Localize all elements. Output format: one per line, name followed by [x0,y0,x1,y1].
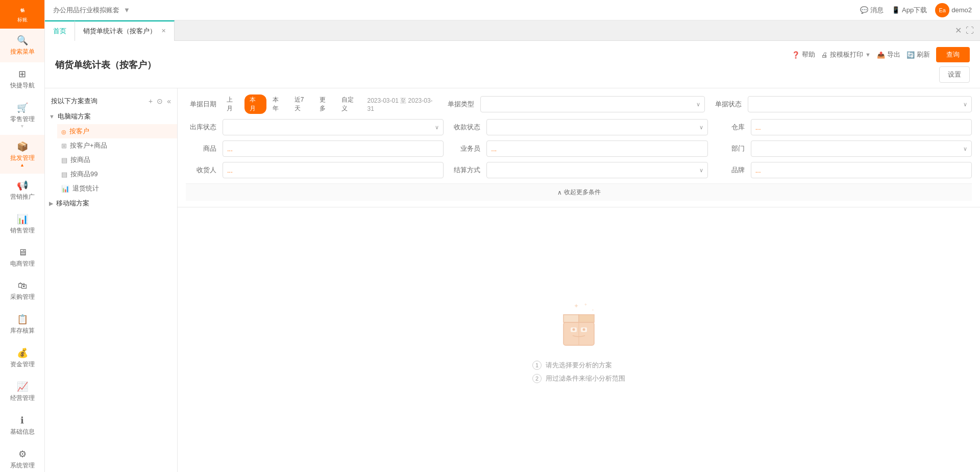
brand-input[interactable]: ... [751,162,972,178]
hint-num-1: 1 [532,361,542,370]
date-tab-custom[interactable]: 自定义 [337,95,363,114]
tree-by-customer-label: 按客户 [69,127,89,136]
export-button[interactable]: 📤 导出 [877,50,900,59]
tab-sales-label: 销货单统计表（按客户） [83,27,156,36]
tree-item-by-goods[interactable]: ▤ 按商品 [57,153,177,167]
empty-hint-2-text: 用过滤条件来缩小分析范围 [546,374,625,383]
ecommerce-icon: 🖥 [18,247,27,258]
sidebar-system-label: 系统管理 [10,461,35,470]
date-tab-more[interactable]: 更多 [315,95,335,114]
sidebar-item-purchase[interactable]: 🛍 采购管理 [0,274,44,308]
sidebar-item-marketing[interactable]: 📢 营销推广 [0,174,44,207]
date-range: 2023-03-01 至 2023-03-31 [367,97,437,112]
help-button[interactable]: ❓ 帮助 [792,50,815,59]
content-area: 按以下方案查询 + ⊙ « ▼ 电脑端方案 ◎ [45,88,980,472]
settings-scheme-icon[interactable]: ⊙ [157,97,163,105]
sidebar-item-search[interactable]: 🔍 搜索菜单 [0,29,44,62]
tree-pc-section[interactable]: ▼ 电脑端方案 [45,109,177,124]
date-tab-lastmonth[interactable]: 上月 [223,95,242,114]
sidebar-item-ecommerce[interactable]: 🖥 电商管理 [0,241,44,274]
collapse-bar[interactable]: ∧ 收起更多条件 [186,183,972,201]
sidebar-item-system[interactable]: ⚙ 系统管理 [0,442,44,472]
collapse-scheme-icon[interactable]: « [167,97,171,105]
user-item[interactable]: Ea demo2 [935,3,972,17]
tab-close-all-icon[interactable]: ✕ [955,26,962,35]
out-status-input[interactable]: ∨ [223,119,444,135]
export-label: 导出 [887,50,900,59]
tree-item-return-stat[interactable]: 📊 退货统计 [57,181,177,196]
sidebar-operations-label: 经营管理 [10,394,35,403]
page-header: 销货单统计表（按客户） ❓ 帮助 🖨 按模板打印 ▼ [45,41,980,88]
goods-dots: ... [227,145,233,153]
receipt-status-dropdown-icon: ∨ [699,124,703,131]
empty-state: ✦ ✦ ✦ [178,207,980,472]
table-icon: ▤ [61,156,67,164]
order-status-dropdown-icon: ∨ [963,101,967,108]
refresh-button[interactable]: 🔄 刷新 [906,50,930,59]
sidebar-item-sales[interactable]: 📊 销售管理 [0,207,44,241]
tree-item-by-customer[interactable]: ◎ 按客户 [57,124,177,138]
sidebar-item-inventory[interactable]: 📋 库存核算 [0,308,44,341]
salesperson-label: 业务员 [450,144,480,153]
query-button[interactable]: 查询 [936,47,970,62]
message-icon: 💬 [860,6,868,14]
sidebar-sales-label: 销售管理 [10,226,35,235]
tab-bar-actions: ✕ ⛶ [955,26,980,35]
empty-hint-2: 2 用过滤条件来缩小分析范围 [532,374,625,383]
app-download-item[interactable]: 📱 App下载 [892,6,927,15]
salesperson-dots: ... [491,145,497,153]
tree-expand-icon: ▼ [49,113,55,120]
consignee-input[interactable]: ... [223,162,444,178]
date-tab-7days[interactable]: 近7天 [290,95,313,114]
header-dropdown-icon[interactable]: ▼ [124,6,130,14]
receipt-status-label: 收款状态 [450,123,480,132]
tree-item-customer-goods[interactable]: ⊞ 按客户+商品 [57,138,177,153]
date-tab-thisyear[interactable]: 本年 [268,95,288,114]
payment-input[interactable]: ∨ [486,162,707,178]
date-tab-thismonth[interactable]: 本月 [244,95,266,114]
page-body: 销货单统计表（按客户） ❓ 帮助 🖨 按模板打印 ▼ [45,41,980,472]
tab-close-icon[interactable]: ✕ [161,28,166,34]
print-dropdown[interactable]: ▼ [865,52,871,58]
left-panel-header: 按以下方案查询 + ⊙ « [45,93,177,109]
wholesale-arrow: ▲ [20,162,24,168]
tab-expand-icon[interactable]: ⛶ [966,26,974,35]
filter-row-2: 出库状态 ∨ 收款状态 ∨ 仓库 ... [186,119,972,135]
warehouse-label: 仓库 [714,123,745,132]
tree-item-by-goods99[interactable]: ▤ 按商品99 [57,167,177,181]
sidebar-item-retail[interactable]: 🛒 零售管理 ▼ [0,96,44,135]
collapse-label: 收起更多条件 [564,188,601,197]
tab-sales-stat[interactable]: 销货单统计表（按客户） ✕ [75,20,175,41]
order-type-input[interactable]: ∨ [480,96,704,112]
tree-mobile-section[interactable]: ▶ 移动端方案 [45,196,177,211]
sidebar-item-basicinfo[interactable]: ℹ 基础信息 [0,409,44,442]
sidebar-item-quicknav[interactable]: ⊞ 快捷导航 [0,62,44,96]
add-scheme-icon[interactable]: + [149,97,153,105]
tab-home[interactable]: 首页 [45,20,75,41]
date-tabs: 上月 本月 本年 近7天 更多 自定义 [223,95,363,114]
goods-input[interactable]: ... [223,140,444,157]
sidebar-item-operations[interactable]: 📈 经营管理 [0,375,44,409]
tree-return-stat-label: 退货统计 [72,184,99,193]
receipt-status-input[interactable]: ∨ [486,119,707,135]
print-button[interactable]: 🖨 按模板打印 ▼ [821,50,871,59]
industry-title: 办公用品行业模拟账套 [53,6,119,15]
sidebar-item-finance[interactable]: 💰 资金管理 [0,341,44,375]
out-status-dropdown-icon: ∨ [435,124,439,131]
department-input[interactable]: ∨ [751,140,972,157]
tab-bar: 首页 销货单统计表（按客户） ✕ ✕ ⛶ [45,20,980,41]
filter-row-1: 单据日期 上月 本月 本年 近7天 更多 自定义 2023-03-01 至 20… [186,95,972,114]
message-item[interactable]: 💬 消息 [860,6,884,15]
right-panel: 单据日期 上月 本月 本年 近7天 更多 自定义 2023-03-01 至 20… [178,88,980,472]
warehouse-input[interactable]: ... [751,119,972,135]
sidebar-item-wholesale[interactable]: 📦 批发管理 ▲ [0,135,44,174]
salesperson-input[interactable]: ... [486,140,707,157]
empty-hint-1-text: 请先选择要分析的方案 [546,361,612,370]
username-label: demo2 [951,6,972,14]
order-status-input[interactable]: ∨ [748,96,972,112]
filter-row-4: 收货人 ... 结算方式 ∨ 品牌 ... [186,162,972,178]
system-icon: ⚙ [18,449,27,460]
settings-button[interactable]: 设置 [939,66,970,83]
svg-point-9 [573,328,575,331]
order-type-label: 单据类型 [444,100,474,109]
